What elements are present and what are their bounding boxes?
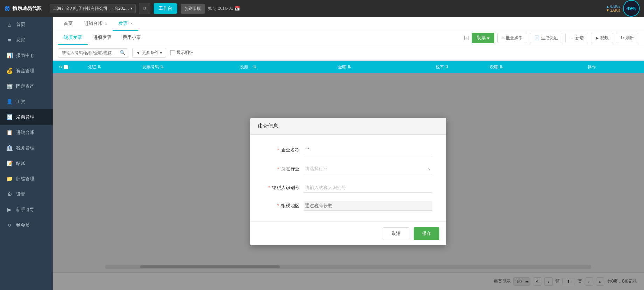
sort-icon-type[interactable]: ⇅	[253, 65, 256, 69]
sidebar-label-tax: 税务管理	[16, 145, 34, 151]
sort-icon-tax[interactable]: ⇅	[499, 65, 503, 69]
sidebar-item-archive[interactable]: 📁 归档管理	[0, 171, 53, 187]
industry-select[interactable]: 请选择行业 ∨	[304, 163, 432, 174]
sidebar-item-assets[interactable]: 🏢 固定资产	[0, 79, 53, 94]
sidebar-item-settings[interactable]: ⚙ 设置	[0, 187, 53, 202]
close-book-icon: 📝	[6, 160, 13, 167]
sidebar-item-tax[interactable]: 🏦 税务管理	[0, 140, 53, 156]
sidebar-item-member[interactable]: V 畅会员	[0, 217, 53, 233]
sidebar-item-reports[interactable]: 📊 报表中心	[0, 48, 53, 63]
batch-ops-button[interactable]: ≡ 批量操作	[497, 33, 527, 43]
calendar-icon[interactable]: 📅	[235, 6, 240, 11]
form-row-company: * 企业名称	[264, 145, 432, 155]
industry-label-text: 所在行业	[281, 166, 299, 171]
sidebar-item-guide[interactable]: ▶ 新手引导	[0, 202, 53, 217]
copy-icon[interactable]: ⧉	[139, 3, 150, 14]
finance-icon: 💰	[6, 68, 13, 74]
th-tax-amount-label: 税额	[490, 64, 498, 70]
save-button[interactable]: 保存	[414, 227, 439, 240]
batch-ops-label: 批量操作	[506, 35, 522, 41]
required-mark3: *	[268, 185, 270, 190]
cancel-button[interactable]: 取消	[383, 227, 409, 240]
gen-voucher-button[interactable]: 📄 生成凭证	[530, 33, 562, 43]
required-mark2: *	[277, 166, 279, 171]
th-invoice-type[interactable]: 发票... ⇅	[238, 64, 335, 70]
sort-icon-voucher[interactable]: ⇅	[97, 65, 101, 69]
purchase-icon: 📋	[6, 129, 13, 136]
th-checkbox[interactable]: ⚙	[57, 65, 86, 69]
sidebar-label-home: 首页	[16, 21, 25, 28]
old-version-button[interactable]: 切到旧版	[181, 4, 205, 14]
workspace-button[interactable]: 工作台	[154, 3, 177, 14]
sidebar-item-invoice[interactable]: 🧾 发票管理	[0, 109, 53, 125]
content-area: 每页显示 50 K ‹ 第 页 › ›› 共0页，0条记录 账套信息	[53, 73, 644, 290]
top-bar-right: ▲ 8.5K/s ▼ 2.6K/s 49%	[606, 0, 640, 17]
tab-purchase-close-icon[interactable]: ×	[105, 21, 107, 26]
refresh-button[interactable]: ↻ 刷新	[616, 33, 638, 43]
settings-icon[interactable]: ⚙	[59, 65, 63, 69]
checkbox-icon[interactable]	[170, 50, 175, 55]
refresh-icon: ↻	[621, 35, 624, 40]
th-tax-rate[interactable]: 税率 ⇅	[434, 64, 488, 70]
ledger-icon: ≡	[6, 37, 13, 43]
form-row-industry: * 所在行业 请选择行业 ∨	[264, 163, 432, 174]
sidebar-item-finance[interactable]: 💰 资金管理	[0, 63, 53, 79]
company-selector[interactable]: 上海卯金刀电子科技有限公司_（台201... ▾	[50, 4, 136, 13]
sort-icon-rate[interactable]: ⇅	[445, 65, 449, 69]
tab-purchase-ledger[interactable]: 进销台账 ×	[78, 17, 113, 31]
th-invoice-number[interactable]: 发票号码 ⇅	[140, 64, 238, 70]
period-value: 2016-01	[218, 6, 233, 11]
archive-icon: 📁	[6, 176, 13, 182]
guide-icon: ▶	[6, 207, 13, 213]
sidebar-item-close[interactable]: 📝 结账	[0, 156, 53, 171]
more-conditions-button[interactable]: ▼ 更多条件 ▾	[132, 48, 166, 58]
th-voucher[interactable]: 凭证 ⇅	[86, 64, 140, 70]
select-all-checkbox[interactable]	[64, 65, 68, 69]
sub-tabs: 销项发票 进项发票 费用小票	[58, 31, 146, 45]
video-icon: ▶	[596, 35, 599, 40]
search-input[interactable]	[58, 48, 128, 58]
region-label: * 报税地区	[264, 203, 299, 209]
th-tax-amount[interactable]: 税额 ⇅	[488, 64, 586, 70]
sidebar-item-home[interactable]: ⌂ 首页	[0, 17, 53, 32]
show-detail-toggle[interactable]: 显示明细	[170, 50, 193, 56]
tab-invoice-label: 发票	[118, 20, 127, 27]
speed-up: ▲ 8.5K/s	[606, 5, 620, 8]
reports-icon: 📊	[6, 52, 13, 59]
sub-tab-sales[interactable]: 销项发票	[58, 31, 88, 45]
sidebar-label-invoice: 发票管理	[16, 114, 34, 120]
sidebar-label-payroll: 工资	[16, 99, 25, 105]
company-label: * 企业名称	[264, 147, 299, 153]
sub-tab-expense[interactable]: 费用小票	[117, 31, 146, 45]
tab-invoice-close-icon[interactable]: ×	[130, 21, 132, 26]
sidebar-item-payroll[interactable]: 👤 工资	[0, 94, 53, 109]
batch-ops-icon: ≡	[502, 35, 504, 40]
add-button[interactable]: ＋ 新增	[565, 33, 588, 43]
sidebar-label-purchase: 进销台账	[16, 129, 34, 136]
sidebar-item-purchase[interactable]: 📋 进销台账	[0, 125, 53, 140]
th-amount[interactable]: 金额 ⇅	[336, 64, 434, 70]
th-invoice-number-label: 发票号码	[142, 64, 159, 70]
add-icon: ＋	[570, 35, 574, 41]
sidebar-label-finance: 资金管理	[16, 68, 34, 74]
industry-label: * 所在行业	[264, 166, 299, 172]
video-button[interactable]: ▶ 视频	[591, 33, 613, 43]
grid-view-icon[interactable]: ⊞	[464, 34, 469, 42]
modal-footer: 取消 保存	[250, 221, 446, 245]
payroll-icon: 👤	[6, 99, 13, 105]
company-input[interactable]	[304, 145, 432, 155]
taxid-input[interactable]	[304, 183, 432, 193]
sort-icon-invoice[interactable]: ⇅	[160, 65, 164, 69]
sidebar-label-ledger: 总账	[16, 37, 25, 43]
industry-placeholder: 请选择行业	[305, 166, 328, 172]
tab-invoice[interactable]: 发票 ×	[113, 17, 138, 31]
search-icon[interactable]: 🔍	[120, 50, 125, 55]
sidebar-item-ledger[interactable]: ≡ 总账	[0, 32, 53, 48]
sidebar-label-close: 结账	[16, 160, 25, 167]
invoice-dropdown-button[interactable]: 取票 ▾	[472, 33, 494, 43]
sub-tab-purchase[interactable]: 进项发票	[88, 31, 117, 45]
taxid-label: * 纳税人识别号	[264, 184, 299, 191]
sort-icon-amount[interactable]: ⇅	[347, 65, 351, 69]
tab-home[interactable]: 首页	[58, 17, 78, 31]
gen-voucher-icon: 📄	[534, 35, 540, 40]
